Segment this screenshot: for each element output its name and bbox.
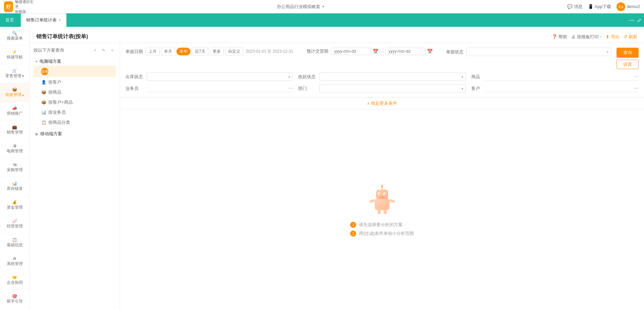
category-icon: 📋: [41, 120, 46, 125]
date-btn-more[interactable]: 更多: [210, 48, 224, 55]
tab-home[interactable]: 首页: [0, 13, 19, 27]
empty-step-1: 1 请先选择要分析的方案: [350, 222, 414, 228]
avatar: Ea: [616, 2, 625, 11]
tab-sales-order-statistics[interactable]: 销售订单统计表 ×: [21, 13, 66, 27]
svg-rect-6: [369, 199, 375, 203]
collection-status-label: 收款状态: [298, 74, 317, 80]
page-title: 销售订单统计表(按单): [36, 33, 88, 40]
tab-close-icon[interactable]: ×: [59, 18, 61, 22]
department-select[interactable]: [319, 84, 466, 93]
content-area: 销售订单统计表(按单) ❓ 帮助 🖨 按模板打印 ▾ ⬆ 导出 ↺ 刷新: [30, 27, 644, 310]
scheme-item-by-category[interactable]: 📋 按商品分类: [34, 117, 116, 127]
message-button[interactable]: 💬 消息: [567, 4, 583, 10]
print-icon: 🖨: [571, 34, 576, 39]
sidebar-item-purchase[interactable]: 🛍 采购管理: [0, 158, 29, 177]
sidebar-item-search[interactable]: 🔍 搜索菜单: [0, 27, 29, 46]
calendar-icon-end: 📅: [427, 49, 433, 54]
sidebar: 🔍 搜索菜单 ⚡ 快捷导航 🛒 零售管理 ▾ 📦 批发管理 ▴ 📣 营销推广: [0, 27, 30, 310]
collapse-more-button[interactable]: ∧ 收起更多条件: [120, 98, 644, 109]
empty-illustration: [365, 183, 399, 216]
order-status-label: 单据状态: [446, 49, 464, 55]
sidebar-item-operations[interactable]: 📈 经营管理: [0, 215, 29, 234]
edit-scheme-button[interactable]: ✎: [100, 47, 107, 54]
date-btn-last-month[interactable]: 上月: [146, 48, 160, 55]
logo-text: 畅捷通好生意 标账版: [15, 0, 34, 14]
minimize-button[interactable]: —: [629, 17, 634, 23]
page-header: 销售订单统计表(按单) ❓ 帮助 🖨 按模板打印 ▾ ⬆ 导出 ↺ 刷新: [30, 27, 644, 43]
stock-status-select[interactable]: [147, 72, 293, 81]
sidebar-item-ecommerce[interactable]: 🖥 电商管理: [0, 140, 29, 158]
expected-date-start[interactable]: [331, 48, 371, 55]
sidebar-item-finance[interactable]: 💰 资金管理: [0, 196, 29, 215]
sidebar-item-sales[interactable]: 💼 销售管理: [0, 121, 29, 140]
date-btn-this-year[interactable]: 本年: [176, 48, 191, 55]
help-icon: ❓: [552, 34, 557, 39]
scheme-item-by-customer-goods[interactable]: 📦 按客户+商品: [34, 97, 116, 107]
date-btn-7days[interactable]: 近7天: [192, 48, 208, 55]
sidebar-item-retail[interactable]: 🛒 零售管理 ▾: [0, 64, 29, 83]
print-dropdown-icon: ▾: [600, 35, 602, 39]
svg-rect-8: [377, 209, 381, 214]
left-panel: 按以下方案查询 + ✎ « ▾ 电脑端方案: [30, 43, 120, 310]
refresh-icon: ↺: [624, 34, 627, 39]
sidebar-item-marketing[interactable]: 📣 营销推广: [0, 102, 29, 121]
query-button[interactable]: 查询: [616, 48, 639, 58]
empty-state: 1 请先选择要分析的方案 2 用[过滤]条件来缩小分析范围: [120, 109, 644, 310]
topbar-left: 好 畅捷通好生意 标账版: [4, 0, 34, 14]
page-actions: ❓ 帮助 🖨 按模板打印 ▾ ⬆ 导出 ↺ 刷新: [552, 34, 637, 40]
sidebar-item-quicknav[interactable]: ⚡ 快捷导航: [0, 46, 29, 64]
settings-button[interactable]: 设置: [616, 60, 639, 69]
export-button[interactable]: ⬆ 导出: [606, 34, 620, 40]
date-range-text: 2023-01-01 至 2023-12-31: [246, 49, 293, 54]
sidebar-item-appcenter[interactable]: 📲 应用中心: [0, 309, 29, 310]
sidebar-item-system[interactable]: ⚙ 系统管理: [0, 252, 29, 271]
order-status-select[interactable]: [466, 48, 611, 56]
scheme-group-header-mobile[interactable]: ▶ 移动端方案: [34, 130, 116, 138]
sidebar-item-basic-info[interactable]: 📋 基础信息: [0, 234, 29, 252]
mobile-icon: 📱: [588, 4, 593, 9]
logo-area: 好 畅捷通好生意 标账版: [4, 0, 34, 14]
sidebar-item-inventory[interactable]: 📊 库存核算: [0, 177, 29, 196]
sidebar-item-enterprise[interactable]: 🤝 企业协同: [0, 271, 29, 290]
app-download-button[interactable]: 📱 App下载: [588, 4, 611, 10]
salesman-filter-dots[interactable]: ···: [288, 85, 293, 91]
box-icon: 📦: [41, 90, 46, 95]
scheme-item-by-customer[interactable]: 👤 按客户: [34, 77, 116, 87]
person-icon: 👤: [41, 80, 46, 85]
expected-date-end[interactable]: [385, 48, 426, 55]
date-btn-custom[interactable]: 自定义: [225, 48, 243, 55]
user-avatar-area[interactable]: Ea demo2: [616, 2, 640, 11]
svg-rect-0: [375, 198, 389, 210]
add-scheme-button[interactable]: +: [92, 47, 98, 54]
maximize-button[interactable]: ⤢: [637, 17, 641, 23]
combo-icon: 📦: [41, 100, 46, 105]
print-button[interactable]: 🖨 按模板打印 ▾: [571, 34, 602, 40]
collapse-panel-button[interactable]: «: [109, 47, 116, 54]
refresh-button[interactable]: ↺ 刷新: [624, 34, 637, 40]
chevron-down-icon: ▾: [22, 74, 24, 78]
chevron-down-icon: ▾: [36, 59, 38, 64]
sidebar-item-wholesale[interactable]: 📦 批发管理 ▴: [0, 83, 29, 102]
svg-rect-7: [389, 199, 395, 203]
scheme-group-header-pc[interactable]: ▾ 电脑端方案: [34, 57, 116, 66]
left-panel-header: 按以下方案查询 + ✎ «: [34, 47, 116, 54]
goods-filter-dots[interactable]: ···: [634, 73, 639, 80]
action-buttons: 查询 设置: [616, 48, 639, 69]
topbar-dropdown[interactable]: 办公用品行业模拟账套 ▾: [277, 4, 324, 10]
scheme-group-mobile: ▶ 移动端方案: [34, 130, 116, 138]
sidebar-item-newuser[interactable]: 🎯 新手引导: [0, 290, 29, 309]
left-panel-icons: + ✎ «: [92, 47, 116, 54]
main-layout: 🔍 搜索菜单 ⚡ 快捷导航 🛒 零售管理 ▾ 📦 批发管理 ▴ 📣 营销推广: [0, 27, 644, 310]
scheme-item-by-order[interactable]: 按单: [34, 66, 116, 77]
scheme-item-by-salesman[interactable]: 📊 按业务员: [34, 107, 116, 117]
collection-status-select[interactable]: [319, 72, 466, 81]
scheme-item-by-goods[interactable]: 📦 按商品: [34, 87, 116, 97]
date-filter-label: 单据日期: [125, 49, 143, 55]
scheme-group-pc: ▾ 电脑端方案 按单 👤 按客户: [34, 57, 116, 127]
tabbar: 首页 销售订单统计表 × — ⤢: [0, 13, 644, 27]
goods-filter-label: 商品: [471, 74, 481, 80]
customer-label: 客户: [471, 86, 481, 92]
customer-filter-dots[interactable]: ···: [634, 85, 639, 91]
help-button[interactable]: ❓ 帮助: [552, 34, 567, 40]
date-btn-this-month[interactable]: 本月: [161, 48, 175, 55]
